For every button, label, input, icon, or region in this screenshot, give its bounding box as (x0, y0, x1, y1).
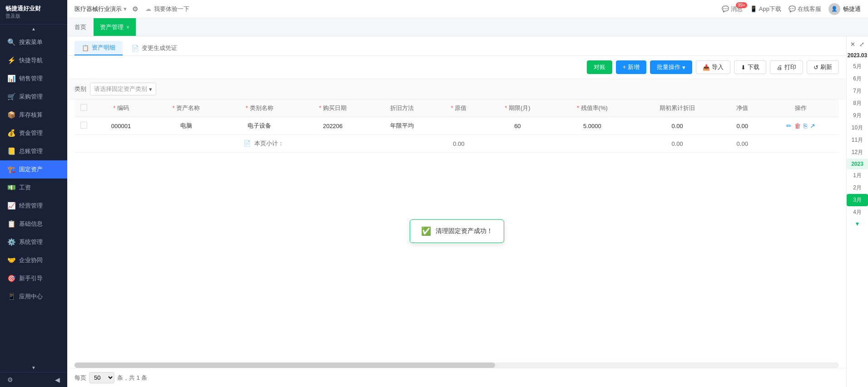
more-icon[interactable]: ↗ (810, 122, 815, 129)
category-filter-label: 类别 (74, 85, 86, 93)
sub-tab-asset-detail-label: 资产明细 (92, 44, 115, 52)
change-voucher-icon: 📄 (132, 45, 139, 52)
reconcile-button[interactable]: 对账 (587, 60, 612, 74)
sidebar-item-sales[interactable]: 📊 销售管理 (0, 69, 67, 88)
content-main: 📋 资产明细 📄 变更生成凭证 对账 + 新增 (67, 36, 846, 387)
download-button[interactable]: ⬇ 下载 (734, 60, 766, 74)
tab-asset-management[interactable]: 资产管理 × (94, 18, 136, 36)
select-all-checkbox[interactable] (80, 104, 87, 111)
tab-active-label: 资产管理 (100, 23, 124, 31)
sidebar-item-purchase[interactable]: 🛒 采购管理 (0, 88, 67, 106)
guide-icon: 🎯 (7, 274, 15, 283)
sidebar-item-salary[interactable]: 💵 工资 (0, 179, 67, 197)
row-original-value (435, 117, 483, 135)
app-download-button[interactable]: 📱 App下载 (750, 5, 781, 13)
company-selector[interactable]: 医疗器械行业演示 ▾ (74, 5, 127, 13)
sidebar-item-label: 基础信息 (19, 220, 43, 228)
month-7[interactable]: 7月 (847, 85, 868, 97)
sidebar-item-ledger[interactable]: 📒 总账管理 (0, 142, 67, 160)
edit-icon[interactable]: ✏ (786, 122, 792, 129)
sidebar-item-quick-nav[interactable]: ⚡ 快捷导航 (0, 51, 67, 69)
messages-button[interactable]: 💬 消息 99+ (722, 5, 743, 13)
row-checkbox[interactable] (80, 122, 87, 129)
pagination: 每页 50 100 200 条，共 1 条 (67, 368, 846, 387)
import-button[interactable]: 📥 导入 (696, 60, 730, 74)
tab-home[interactable]: 首页 (67, 18, 94, 36)
sidebar: 畅捷通好业财 普及版 ▲ 🔍 搜索菜单 ⚡ 快捷导航 📊 销售管理 🛒 采购管理… (0, 0, 67, 387)
sub-tab-asset-detail[interactable]: 📋 资产明细 (74, 41, 123, 55)
sidebar-item-label: 新手引导 (19, 274, 43, 283)
online-service-button[interactable]: 💬 在线客服 (789, 5, 821, 13)
right-panel-header: ✕ ⤢ (847, 38, 868, 50)
sidebar-item-system[interactable]: ⚙️ 系统管理 (0, 233, 67, 251)
username: 畅捷通 (843, 5, 861, 13)
refresh-button[interactable]: ↺ 刷新 (807, 60, 839, 74)
settings-icon[interactable]: ⚙ (7, 376, 13, 383)
user-menu[interactable]: 👤 畅捷通 (828, 3, 861, 15)
funds-icon: 💰 (7, 129, 15, 137)
year-2023-label[interactable]: 2023 (847, 159, 868, 169)
sidebar-logo: 畅捷通好业财 普及版 (0, 0, 67, 25)
subtotal-net: 0.00 (722, 135, 762, 153)
month-11[interactable]: 11月 (847, 134, 868, 146)
sidebar-item-app-center[interactable]: 📱 应用中心 (0, 288, 67, 306)
year-label: 2023.03 (848, 50, 867, 60)
month-4[interactable]: 4月 (847, 206, 868, 218)
row-checkbox-cell[interactable] (74, 117, 93, 135)
experience-button[interactable]: ☁ 我要体验一下 (145, 5, 189, 13)
month-5[interactable]: 5月 (847, 60, 868, 73)
cloud-icon: ☁ (145, 5, 151, 12)
table-scrollbar-thumb[interactable] (74, 362, 495, 368)
col-period: * 期限(月) (483, 99, 552, 117)
month-9[interactable]: 9月 (847, 109, 868, 122)
sidebar-item-operations[interactable]: 📈 经营管理 (0, 197, 67, 215)
sidebar-item-funds[interactable]: 💰 资金管理 (0, 124, 67, 142)
panel-close-icon[interactable]: ✕ (850, 41, 855, 48)
topbar-right: 💬 消息 99+ 📱 App下载 💬 在线客服 👤 畅捷通 (722, 3, 861, 15)
sidebar-item-inventory[interactable]: 📦 库存核算 (0, 106, 67, 124)
sidebar-item-guide[interactable]: 🎯 新手引导 (0, 269, 67, 288)
sub-tabs: 📋 资产明细 📄 变更生成凭证 (67, 36, 846, 56)
batch-button[interactable]: 批量操作 ▾ (650, 60, 692, 74)
new-button[interactable]: + 新增 (616, 60, 646, 74)
sidebar-item-search[interactable]: 🔍 搜索菜单 (0, 33, 67, 51)
collapse-icon[interactable]: ◀ (55, 376, 60, 383)
sidebar-item-fixed-assets[interactable]: 🏗️ 固定资产 (0, 160, 67, 179)
row-residual-rate: 5.0000 (552, 117, 633, 135)
sidebar-item-basic-info[interactable]: 📋 基础信息 (0, 215, 67, 233)
month-3-current[interactable]: 3月 (847, 194, 868, 206)
app-title: 畅捷通好业财 (5, 5, 62, 13)
month-10[interactable]: 10月 (847, 122, 868, 134)
category-filter-select[interactable]: 请选择固定资产类别 ▾ (90, 83, 156, 95)
month-2[interactable]: 2月 (847, 182, 868, 194)
ledger-icon: 📒 (7, 147, 15, 155)
subtotal-label: 📄 本页小计： (93, 135, 435, 153)
company-settings-icon[interactable]: ⚙ (132, 5, 138, 13)
scroll-up-arrow[interactable]: ▲ (30, 25, 37, 32)
company-dropdown-icon: ▾ (124, 5, 127, 12)
month-list: 5月 6月 7月 8月 9月 10月 11月 12月 2023 1月 2月 3月… (847, 60, 868, 229)
scroll-down-arrow[interactable]: ▼ (30, 364, 37, 371)
batch-label: 批量操作 (657, 63, 680, 71)
panel-expand-icon[interactable]: ⤢ (859, 41, 864, 48)
month-1[interactable]: 1月 (847, 169, 868, 182)
copy-icon[interactable]: ⎘ (804, 122, 807, 129)
print-icon: 🖨 (777, 64, 783, 71)
reconcile-label: 对账 (594, 63, 605, 71)
select-all-header[interactable] (74, 99, 93, 117)
table-scrollbar[interactable] (74, 362, 839, 368)
quick-nav-icon: ⚡ (7, 56, 15, 64)
col-category: * 类别名称 (223, 99, 296, 117)
month-6[interactable]: 6月 (847, 73, 868, 85)
month-12[interactable]: 12月 (847, 146, 868, 159)
tab-close-icon[interactable]: × (126, 24, 129, 30)
scroll-down-month[interactable]: ▼ (847, 218, 868, 229)
download-label: 下载 (748, 63, 759, 71)
sidebar-item-enterprise[interactable]: 🤝 企业协同 (0, 251, 67, 269)
month-8[interactable]: 8月 (847, 97, 868, 109)
sub-tab-change-voucher[interactable]: 📄 变更生成凭证 (124, 41, 184, 55)
app-download-label: App下载 (759, 5, 781, 13)
per-page-select[interactable]: 50 100 200 (89, 372, 114, 383)
delete-icon[interactable]: 🗑 (794, 122, 801, 129)
print-button[interactable]: 🖨 打印 (770, 60, 803, 74)
